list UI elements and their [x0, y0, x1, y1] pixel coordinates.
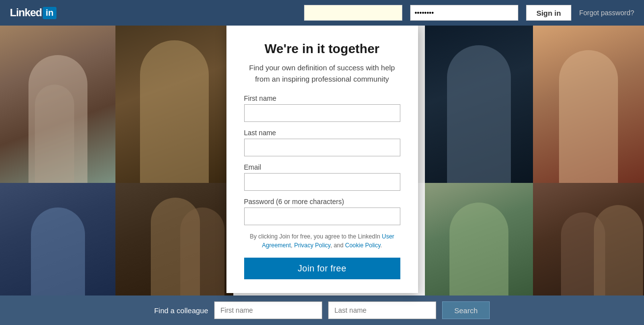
header: Linked in Sign in Forgot password?: [0, 0, 644, 26]
bg-cell-10: [533, 183, 644, 296]
search-button[interactable]: Search: [442, 301, 490, 319]
email-label: Email: [244, 163, 400, 171]
bg-cell-4: [425, 26, 533, 183]
sign-in-button[interactable]: Sign in: [526, 5, 571, 21]
password-label: Password (6 or more characters): [244, 198, 400, 206]
bg-cell-1: [0, 26, 115, 183]
logo: Linked in: [10, 6, 56, 19]
modal-subtitle: Find your own definition of success with…: [244, 62, 400, 85]
first-name-group: First name: [244, 94, 400, 122]
colleague-last-name-input[interactable]: [328, 301, 436, 319]
last-name-group: Last name: [244, 129, 400, 156]
last-name-label: Last name: [244, 129, 400, 137]
last-name-input[interactable]: [244, 139, 400, 156]
email-group: Email: [244, 163, 400, 191]
main-area: We're in it together Find your own defin…: [0, 26, 644, 325]
bottom-bar: Find a colleague Search: [0, 295, 644, 325]
header-email-input[interactable]: [304, 5, 402, 21]
first-name-input[interactable]: [244, 104, 400, 122]
header-password-input[interactable]: [410, 5, 518, 21]
bg-cell-6: [0, 183, 115, 296]
password-group: Password (6 or more characters): [244, 198, 400, 225]
bg-cell-7: [115, 183, 233, 296]
bg-cell-2: [115, 26, 233, 183]
find-colleague-label: Find a colleague: [154, 306, 208, 315]
bg-cell-5: [533, 26, 644, 183]
colleague-first-name-input[interactable]: [214, 301, 322, 319]
modal-title: We're in it together: [244, 41, 400, 57]
registration-modal: We're in it together Find your own defin…: [226, 26, 418, 293]
email-input[interactable]: [244, 173, 400, 191]
logo-text: Linked: [10, 6, 42, 19]
bg-cell-9: [425, 183, 533, 296]
join-for-free-button[interactable]: Join for free: [244, 258, 400, 279]
forgot-password-link[interactable]: Forgot password?: [579, 9, 634, 17]
cookie-policy-link[interactable]: Cookie Policy: [345, 242, 381, 249]
password-input[interactable]: [244, 207, 400, 225]
terms-text: By clicking Join for free, you agree to …: [244, 232, 400, 250]
logo-in-badge: in: [43, 7, 56, 19]
first-name-label: First name: [244, 94, 400, 102]
privacy-policy-link[interactable]: Privacy Policy: [294, 242, 331, 249]
